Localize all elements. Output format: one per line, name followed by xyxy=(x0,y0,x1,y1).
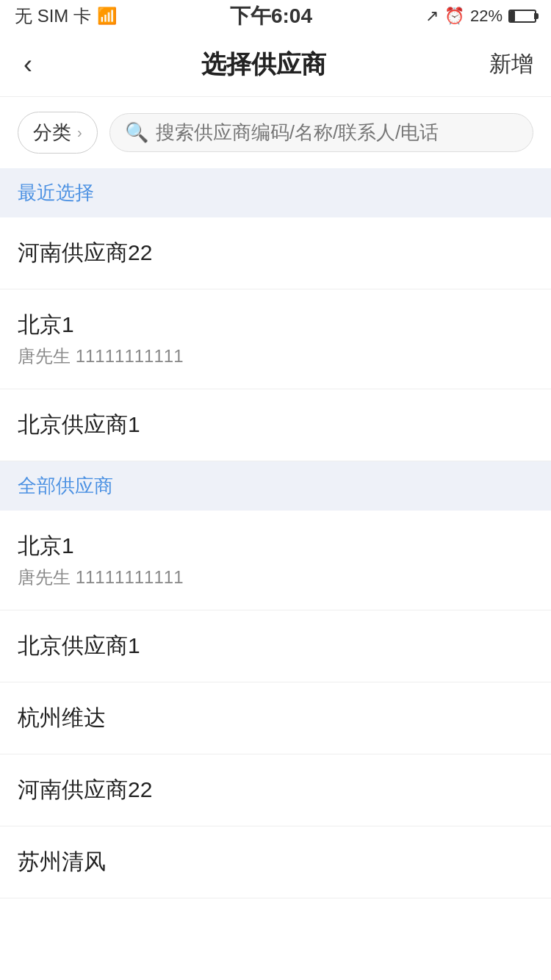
all-item-0[interactable]: 北京1 唐先生 11111111111 xyxy=(0,511,551,610)
item-name: 苏州清风 xyxy=(18,847,533,877)
battery-bar xyxy=(508,10,536,23)
all-item-2[interactable]: 杭州维达 xyxy=(0,682,551,754)
item-name: 北京1 xyxy=(18,310,533,340)
page-title: 选择供应商 xyxy=(201,48,326,82)
recent-item-2[interactable]: 北京供应商1 xyxy=(0,389,551,461)
back-button[interactable]: ‹ xyxy=(18,43,38,86)
recent-items-list: 河南供应商22 北京1 唐先生 11111111111 北京供应商1 xyxy=(0,217,551,461)
status-time: 下午6:04 xyxy=(230,2,312,30)
search-icon: 🔍 xyxy=(125,121,148,144)
item-sub: 唐先生 11111111111 xyxy=(18,566,533,589)
item-name: 河南供应商22 xyxy=(18,775,533,805)
wifi-icon: 📶 xyxy=(97,7,117,26)
battery-label: 22% xyxy=(470,7,503,26)
search-input[interactable] xyxy=(156,121,518,144)
search-wrapper: 🔍 xyxy=(109,113,533,152)
status-right: ↗ ⏰ 22% xyxy=(425,7,536,26)
recent-item-0[interactable]: 河南供应商22 xyxy=(0,217,551,289)
filter-bar: 分类 › 🔍 xyxy=(0,97,551,168)
location-icon: ↗ xyxy=(425,7,439,26)
all-item-4[interactable]: 苏州清风 xyxy=(0,826,551,898)
all-section-header: 全部供应商 xyxy=(0,461,551,511)
all-item-1[interactable]: 北京供应商1 xyxy=(0,610,551,682)
category-button[interactable]: 分类 › xyxy=(18,112,98,154)
all-section-label: 全部供应商 xyxy=(18,475,113,497)
all-item-3[interactable]: 河南供应商22 xyxy=(0,754,551,826)
recent-section-label: 最近选择 xyxy=(18,181,94,203)
all-items-list: 北京1 唐先生 11111111111 北京供应商1 杭州维达 河南供应商22 … xyxy=(0,511,551,898)
recent-section-header: 最近选择 xyxy=(0,168,551,217)
category-label: 分类 xyxy=(33,120,71,145)
item-name: 北京供应商1 xyxy=(18,410,533,440)
recent-item-1[interactable]: 北京1 唐先生 11111111111 xyxy=(0,289,551,389)
status-left: 无 SIM 卡 📶 xyxy=(15,4,117,28)
alarm-icon: ⏰ xyxy=(444,7,464,26)
add-new-button[interactable]: 新增 xyxy=(489,49,533,79)
nav-bar: ‹ 选择供应商 新增 xyxy=(0,32,551,97)
item-name: 杭州维达 xyxy=(18,703,533,733)
item-sub: 唐先生 11111111111 xyxy=(18,345,533,368)
item-name: 河南供应商22 xyxy=(18,238,533,268)
item-name: 北京1 xyxy=(18,531,533,561)
no-sim-label: 无 SIM 卡 xyxy=(15,4,91,28)
status-bar: 无 SIM 卡 📶 下午6:04 ↗ ⏰ 22% xyxy=(0,0,551,32)
chevron-right-icon: › xyxy=(77,124,82,141)
item-name: 北京供应商1 xyxy=(18,631,533,661)
